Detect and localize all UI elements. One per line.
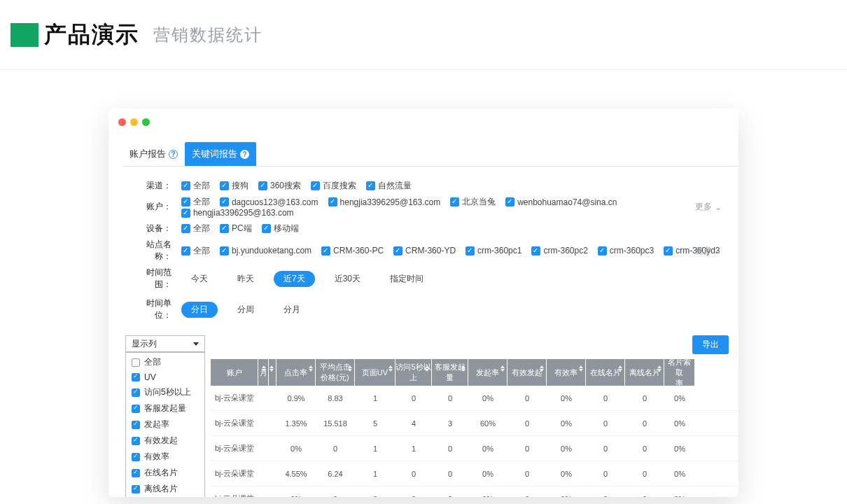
sort-icon[interactable]: [657, 365, 662, 372]
column-toggle-item[interactable]: 客服发起量: [126, 400, 204, 416]
th-visit5s[interactable]: 访问5秒以上: [396, 359, 432, 386]
checkbox-icon[interactable]: [132, 453, 140, 461]
th-account[interactable]: 账户: [211, 359, 258, 386]
device-option[interactable]: 移动端: [262, 223, 299, 234]
help-icon[interactable]: ?: [240, 150, 249, 159]
device-option[interactable]: PC端: [220, 223, 252, 234]
checkbox-icon[interactable]: [132, 485, 140, 493]
timerange-option[interactable]: 昨天: [227, 271, 264, 287]
th-online-card[interactable]: 在线名片: [586, 359, 625, 386]
checkbox-icon[interactable]: [132, 405, 140, 413]
th-kefu[interactable]: 客服发起量: [432, 359, 468, 386]
timeunit-option[interactable]: 分周: [227, 302, 264, 318]
close-icon[interactable]: [118, 118, 126, 126]
th-page-uv[interactable]: 页面UV: [355, 359, 396, 386]
checkbox-icon[interactable]: [262, 224, 271, 233]
site-option[interactable]: CRM-360-YD: [393, 246, 456, 255]
channel-option[interactable]: 搜狗: [220, 180, 248, 192]
column-toggle-item[interactable]: UV: [126, 370, 204, 384]
sort-icon[interactable]: [388, 365, 393, 372]
sort-icon[interactable]: [425, 365, 429, 372]
checkbox-icon[interactable]: [328, 197, 337, 206]
checkbox-icon[interactable]: [598, 246, 607, 255]
checkbox-icon[interactable]: [220, 181, 229, 190]
sort-icon[interactable]: [309, 365, 313, 372]
site-option[interactable]: crm-360pc1: [465, 246, 522, 255]
checkbox-icon[interactable]: [366, 181, 375, 190]
th-faqi-rate[interactable]: 发起率: [468, 359, 507, 386]
checkbox-icon[interactable]: [132, 437, 140, 445]
sort-icon[interactable]: [540, 365, 544, 372]
maximize-icon[interactable]: [142, 118, 150, 126]
site-option[interactable]: bj.yunduoketang.com: [220, 246, 312, 255]
checkbox-icon[interactable]: [132, 358, 140, 367]
column-toggle-item[interactable]: 访问5秒以上: [126, 384, 204, 400]
checkbox-icon[interactable]: [181, 209, 190, 218]
tab-keyword-report[interactable]: 关键词报告 ?: [185, 142, 256, 166]
checkbox-icon[interactable]: [505, 197, 514, 206]
timerange-option[interactable]: 近30天: [325, 271, 370, 287]
device-option[interactable]: 全部: [181, 223, 210, 234]
account-option[interactable]: hengjia3396295@163.com: [328, 197, 441, 207]
channel-option[interactable]: 全部: [181, 180, 210, 192]
export-button[interactable]: 导出: [692, 335, 729, 354]
more-accounts[interactable]: 更多 ⌄: [695, 201, 722, 213]
site-option[interactable]: 全部: [181, 245, 210, 257]
checkbox-icon[interactable]: [220, 197, 229, 206]
sort-icon[interactable]: [579, 365, 583, 372]
timeunit-option[interactable]: 分日: [181, 302, 218, 318]
channel-option[interactable]: 自然流量: [366, 180, 412, 192]
channel-option[interactable]: 百度搜索: [311, 180, 356, 192]
checkbox-icon[interactable]: [132, 421, 140, 429]
checkbox-icon[interactable]: [181, 197, 190, 206]
account-option[interactable]: dagcuos123@163.com: [220, 197, 318, 207]
checkbox-icon[interactable]: [450, 197, 459, 206]
column-toggle-item[interactable]: 有效率: [126, 449, 204, 465]
checkbox-icon[interactable]: [181, 181, 190, 190]
checkbox-icon[interactable]: [465, 246, 475, 255]
account-option[interactable]: 全部: [181, 196, 210, 208]
th-offline-card[interactable]: 离线名片: [625, 359, 664, 386]
channel-option[interactable]: 360搜索: [258, 180, 301, 192]
site-option[interactable]: crm-360pc3: [598, 246, 654, 255]
timerange-option[interactable]: 今天: [181, 271, 218, 287]
th-card-rate[interactable]: 名片索取率: [664, 359, 695, 386]
checkbox-icon[interactable]: [132, 469, 140, 477]
checkbox-icon[interactable]: [531, 246, 540, 255]
sort-icon[interactable]: [618, 365, 622, 372]
column-toggle-item[interactable]: 在线名片: [126, 465, 204, 481]
account-option[interactable]: 北京当兔: [450, 196, 496, 208]
timerange-option[interactable]: 指定时间: [380, 271, 433, 287]
th-click-rate[interactable]: 点击率: [276, 359, 316, 386]
checkbox-icon[interactable]: [311, 181, 320, 190]
checkbox-icon[interactable]: [220, 246, 229, 255]
sort-icon[interactable]: [348, 365, 352, 372]
site-option[interactable]: crm-360pc2: [531, 246, 587, 255]
column-toggle-item[interactable]: 发起率: [126, 416, 204, 433]
timeunit-option[interactable]: 分月: [274, 302, 310, 318]
minimize-icon[interactable]: [130, 118, 138, 126]
tab-account-report[interactable]: 账户报告 ?: [122, 142, 185, 166]
column-toggle-item[interactable]: 有效发起: [126, 433, 204, 449]
column-toggle-item[interactable]: 全部: [126, 354, 204, 370]
th-youxiao-rate[interactable]: 有效率: [547, 359, 586, 386]
account-option[interactable]: wenbohuamao74@sina.cn: [505, 197, 617, 207]
checkbox-icon[interactable]: [132, 388, 140, 397]
help-icon[interactable]: ?: [169, 150, 178, 159]
checkbox-icon[interactable]: [393, 246, 402, 255]
checkbox-icon[interactable]: [132, 373, 140, 382]
checkbox-icon[interactable]: [321, 246, 330, 255]
checkbox-icon[interactable]: [181, 224, 190, 233]
more-sites[interactable]: 更多 ⌄: [695, 245, 722, 257]
column-select-dropdown[interactable]: 显示列: [125, 335, 205, 352]
checkbox-icon[interactable]: [258, 181, 267, 190]
th-youxiao-faqi[interactable]: 有效发起: [507, 359, 547, 386]
account-option[interactable]: hengjia3396295@163.com: [181, 208, 294, 218]
sort-icon[interactable]: [461, 365, 465, 372]
column-toggle-item[interactable]: 离线名片: [126, 481, 204, 497]
timerange-option[interactable]: 近7天: [274, 271, 315, 287]
site-option[interactable]: CRM-360-PC: [321, 246, 384, 255]
checkbox-icon[interactable]: [181, 246, 190, 255]
th-avg-price[interactable]: 平均点击价格(元): [316, 359, 355, 386]
checkbox-icon[interactable]: [664, 246, 673, 255]
